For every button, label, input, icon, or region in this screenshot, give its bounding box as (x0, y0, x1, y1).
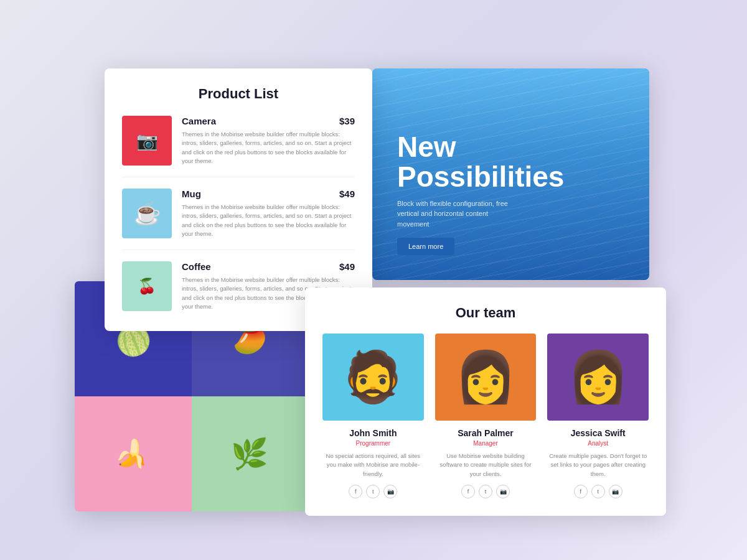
jessica-social-icons: f t 📷 (547, 485, 649, 498)
hero-title: New Possibilities (397, 132, 564, 192)
jessica-twitter-icon[interactable]: t (591, 485, 605, 498)
sarah-avatar-icon: 👩 (454, 348, 517, 406)
mug-price: $49 (339, 189, 355, 199)
product-item-mug: ☕ Mug $49 Themes in the Mobirise website… (122, 189, 355, 250)
coffee-icon: 🍒 (138, 278, 156, 295)
scene: Product List 📷 Camera $39 Themes in the … (0, 0, 747, 560)
jessica-photo: 👩 (547, 334, 649, 421)
john-avatar-icon: 🧔 (342, 348, 404, 406)
jessica-role: Analyst (547, 440, 649, 447)
product-image-mug: ☕ (122, 189, 172, 238)
product-list-title: Product List (122, 86, 355, 102)
banana-icon: 🍌 (112, 434, 154, 474)
hero-card: New Possibilities Block with flexible co… (372, 68, 649, 280)
john-facebook-icon[interactable]: f (349, 485, 362, 498)
sarah-instagram-icon[interactable]: 📷 (496, 485, 510, 498)
hero-title-line2: Possibilities (397, 161, 564, 193)
sarah-name: Sarah Palmer (435, 428, 537, 438)
camera-price: $39 (339, 116, 355, 126)
team-title: Our team (322, 305, 649, 321)
team-card: Our team 🧔 John Smith Programmer No spec… (305, 287, 666, 516)
mug-desc: Themes in the Mobirise website builder o… (182, 203, 355, 238)
camera-desc: Themes in the Mobirise website builder o… (182, 130, 355, 166)
sarah-desc: Use Mobirise website building software t… (435, 452, 537, 478)
jessica-avatar-icon: 👩 (567, 348, 629, 406)
jessica-instagram-icon[interactable]: 📷 (609, 485, 622, 498)
product-item-camera: 📷 Camera $39 Themes in the Mobirise webs… (122, 116, 355, 177)
hero-title-line1: New (397, 131, 456, 163)
john-social-icons: f t 📷 (322, 485, 424, 498)
john-instagram-icon[interactable]: 📷 (383, 485, 397, 498)
team-member-john: 🧔 John Smith Programmer No special actio… (322, 334, 424, 498)
sarah-social-icons: f t 📷 (435, 485, 537, 498)
coffee-name: Coffee (182, 261, 211, 272)
camera-name: Camera (182, 116, 216, 126)
product-image-coffee: 🍒 (122, 261, 172, 311)
mug-name: Mug (182, 189, 201, 199)
john-desc: No special actions required, all sites y… (322, 452, 424, 478)
product-image-camera: 📷 (122, 116, 172, 166)
product-name-price-mug: Mug $49 (182, 189, 355, 199)
jessica-name: Jessica Swift (547, 428, 649, 438)
sarah-role: Manager (435, 440, 537, 447)
john-name: John Smith (322, 428, 424, 438)
jessica-facebook-icon[interactable]: f (574, 485, 588, 498)
hero-learn-more-button[interactable]: Learn more (397, 238, 454, 255)
photo-cell-banana: 🍌 (75, 396, 192, 511)
sarah-photo: 👩 (435, 334, 537, 421)
camera-icon: 📷 (136, 131, 158, 151)
product-name-price-camera: Camera $39 (182, 116, 355, 126)
john-photo: 🧔 (322, 334, 424, 421)
photo-cell-plant: 🌿 (192, 396, 309, 511)
team-members: 🧔 John Smith Programmer No special actio… (322, 334, 649, 498)
coffee-price: $49 (339, 261, 355, 272)
sarah-facebook-icon[interactable]: f (461, 485, 475, 498)
product-info-mug: Mug $49 Themes in the Mobirise website b… (182, 189, 355, 238)
jessica-desc: Create multiple pages. Don't forget to s… (547, 452, 649, 478)
hero-content: New Possibilities Block with flexible co… (397, 132, 564, 255)
plant-icon: 🌿 (231, 437, 268, 472)
john-twitter-icon[interactable]: t (366, 485, 380, 498)
team-member-sarah: 👩 Sarah Palmer Manager Use Mobirise webs… (435, 334, 537, 498)
product-name-price-coffee: Coffee $49 (182, 261, 355, 272)
mug-icon: ☕ (133, 200, 161, 226)
team-member-jessica: 👩 Jessica Swift Analyst Create multiple … (547, 334, 649, 498)
john-role: Programmer (322, 440, 424, 447)
sarah-twitter-icon[interactable]: t (479, 485, 492, 498)
hero-subtitle: Block with flexible configuration, free … (397, 198, 522, 230)
product-info-camera: Camera $39 Themes in the Mobirise websit… (182, 116, 355, 166)
